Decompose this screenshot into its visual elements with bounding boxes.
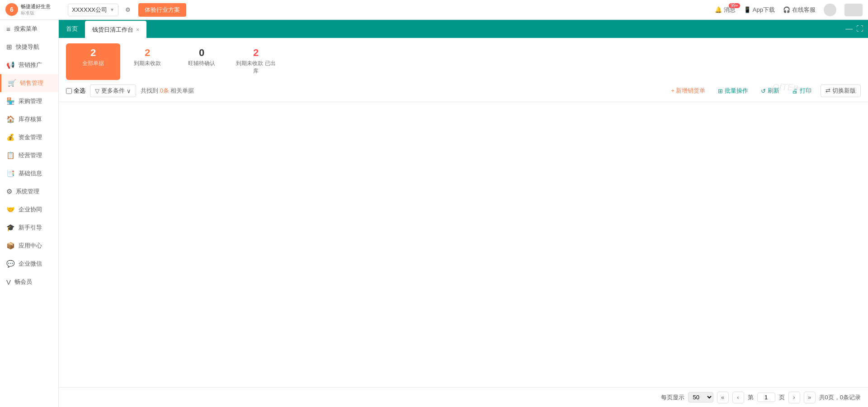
switch-version-button[interactable]: ⇄ 切换新版 — [821, 84, 861, 97]
content-area: 2 全部单据 2 到期未收款 0 旺辅待确认 2 到期未收款 已出库 — [59, 38, 868, 407]
next-page-button[interactable]: › — [788, 392, 800, 403]
sidebar-item-finance[interactable]: 💰 资金管理 — [0, 128, 58, 146]
toolbar: 全选 ▽ 更多条件 ∨ 共找到 0条 相关单据 + 新增销货单 — [59, 80, 868, 102]
first-page-button[interactable]: « — [717, 392, 729, 403]
sidebar-label-wechat: 企业微信 — [19, 260, 42, 268]
sidebar-item-wechat[interactable]: 💬 企业微信 — [0, 255, 58, 273]
total-records-label: 共0页，0条记录 — [819, 393, 861, 402]
stat-label-all: 全部单据 — [71, 60, 115, 67]
tab-home-label: 首页 — [66, 25, 78, 33]
sales-icon: 🛒 — [8, 79, 16, 87]
sidebar-label-inventory: 库存核算 — [19, 115, 42, 123]
wechat-icon: 💬 — [6, 260, 15, 268]
sidebar-item-basic-info[interactable]: 📑 基础信息 — [0, 164, 58, 182]
company-name: XXXXXX公司 — [72, 6, 107, 14]
sidebar-item-system[interactable]: ⚙ 系统管理 — [0, 182, 58, 201]
messages-button[interactable]: 🔔 消息 99+ — [715, 6, 736, 14]
sidebar-item-app-center[interactable]: 📦 应用中心 — [0, 237, 58, 255]
sidebar-item-marketing[interactable]: 📢 营销推广 — [0, 56, 58, 74]
main-content: 首页 钱货日清工作台 × — ⛶ 2 全部单据 2 到期未收款 — [59, 20, 868, 407]
basic-info-icon: 📑 — [6, 169, 15, 178]
finance-icon: 💰 — [6, 133, 15, 141]
company-selector[interactable]: XXXXXX公司 ▼ — [68, 4, 118, 16]
stat-card-overdue[interactable]: 2 到期未收款 — [120, 43, 175, 80]
avatar[interactable] — [824, 4, 836, 16]
sidebar-label-purchase: 采购管理 — [19, 97, 42, 105]
page-number-input[interactable] — [757, 393, 775, 402]
settings-button[interactable]: ⚙ — [121, 3, 135, 17]
sidebar-item-sales[interactable]: 🛒 销售管理 — [0, 74, 58, 92]
print-icon: 🖨 — [792, 88, 798, 94]
select-all-label: 全选 — [74, 87, 85, 95]
tab-minimize-icon[interactable]: — — [845, 25, 853, 33]
refresh-label: 刷新 — [768, 87, 779, 95]
sidebar-item-purchase[interactable]: 🏪 采购管理 — [0, 92, 58, 110]
tab-close-icon[interactable]: × — [136, 27, 139, 33]
try-industry-button[interactable]: 体验行业方案 — [138, 3, 186, 17]
found-text: 共找到 0条 相关单据 — [141, 87, 194, 95]
online-service-button[interactable]: 🎧 在线客服 — [783, 6, 816, 14]
pagination: 每页显示 50 100 200 « ‹ 第 页 › » 共0页，0条记录 — [59, 387, 868, 407]
layout: ≡ 搜索菜单 ⊞ 快捷导航 📢 营销推广 🛒 销售管理 🏪 采购管理 🏠 库存核… — [0, 20, 868, 407]
logo-title: 畅捷通好生意 — [21, 3, 51, 9]
sidebar-item-operations[interactable]: 📋 经营管理 — [0, 146, 58, 164]
stats-row: 2 全部单据 2 到期未收款 0 旺辅待确认 2 到期未收款 已出库 — [59, 38, 868, 80]
top-bar: 6 畅捷通好生意 标准版 XXXXXX公司 ▼ ⚙ 体验行业方案 🔔 消息 99… — [0, 0, 868, 20]
found-suffix: 相关单据 — [170, 87, 194, 94]
last-page-button[interactable]: » — [804, 392, 816, 403]
system-icon: ⚙ — [6, 187, 12, 196]
download-icon: 📱 — [744, 6, 751, 13]
stat-count-wangfu: 0 — [180, 47, 223, 59]
switch-label: 切换新版 — [832, 87, 856, 94]
new-sales-order-button[interactable]: + 新增销货单 — [667, 85, 709, 97]
sidebar-item-guide[interactable]: 🎓 新手引导 — [0, 219, 58, 237]
user-name[interactable] — [844, 4, 863, 16]
logo-sub: 标准版 — [21, 10, 51, 16]
tab-home[interactable]: 首页 — [59, 20, 85, 38]
select-all-input[interactable] — [66, 88, 72, 94]
sidebar-label-quicknav: 快捷导航 — [16, 43, 39, 51]
app-download-label: App下载 — [753, 6, 775, 14]
sidebar-item-collab[interactable]: 🤝 企业协同 — [0, 201, 58, 219]
select-all-checkbox[interactable]: 全选 — [66, 87, 85, 95]
member-icon: V — [6, 278, 11, 286]
prev-page-button[interactable]: ‹ — [732, 392, 744, 403]
headset-icon: 🎧 — [783, 6, 790, 13]
stat-card-wangfu[interactable]: 0 旺辅待确认 — [175, 43, 229, 80]
print-button[interactable]: 🖨 打印 — [788, 85, 815, 97]
sidebar-item-search[interactable]: ≡ 搜索菜单 — [0, 20, 58, 38]
switch-icon: ⇄ — [826, 87, 830, 94]
sidebar-item-quicknav[interactable]: ⊞ 快捷导航 — [0, 38, 58, 56]
table-area — [59, 102, 868, 387]
tab-workbench-label: 钱货日清工作台 — [92, 26, 133, 34]
stat-count-overdue: 2 — [126, 47, 169, 59]
logo-icon: 6 — [5, 3, 18, 16]
filter-icon: ▽ — [95, 88, 99, 94]
sidebar-label-member: 畅会员 — [14, 278, 32, 286]
collab-icon: 🤝 — [6, 206, 15, 214]
found-count: 0条 — [160, 87, 169, 94]
batch-operation-button[interactable]: ⊞ 批量操作 — [714, 85, 752, 97]
refresh-icon: ↺ — [761, 88, 766, 94]
stat-card-all[interactable]: 2 全部单据 — [66, 43, 120, 80]
guide-icon: 🎓 — [6, 224, 15, 232]
sidebar-label-sales: 销售管理 — [20, 79, 43, 87]
marketing-icon: 📢 — [6, 61, 15, 69]
tab-workbench[interactable]: 钱货日清工作台 × — [85, 21, 146, 39]
page-label: 第 — [748, 393, 754, 402]
search-menu-icon: ≡ — [6, 25, 10, 33]
sidebar-label-collab: 企业协同 — [19, 206, 42, 214]
toolbar-right: + 新增销货单 ⊞ 批量操作 ↺ 刷新 🖨 打印 ⇄ — [667, 84, 861, 97]
per-page-select[interactable]: 50 100 200 — [688, 392, 713, 402]
sidebar-item-member[interactable]: V 畅会员 — [0, 273, 58, 291]
refresh-button[interactable]: ↺ 刷新 — [757, 85, 783, 97]
sidebar-item-inventory[interactable]: 🏠 库存核算 — [0, 110, 58, 128]
filter-arrow-icon: ∨ — [127, 88, 131, 94]
sidebar-label-operations: 经营管理 — [19, 151, 42, 159]
stat-label-overdue: 到期未收款 — [126, 60, 169, 67]
app-download-button[interactable]: 📱 App下载 — [744, 6, 775, 14]
app-center-icon: 📦 — [6, 242, 15, 250]
stat-card-shipped[interactable]: 2 到期未收款 已出库 — [229, 43, 283, 80]
tab-maximize-icon[interactable]: ⛶ — [856, 25, 863, 33]
filter-button[interactable]: ▽ 更多条件 ∨ — [90, 84, 136, 97]
